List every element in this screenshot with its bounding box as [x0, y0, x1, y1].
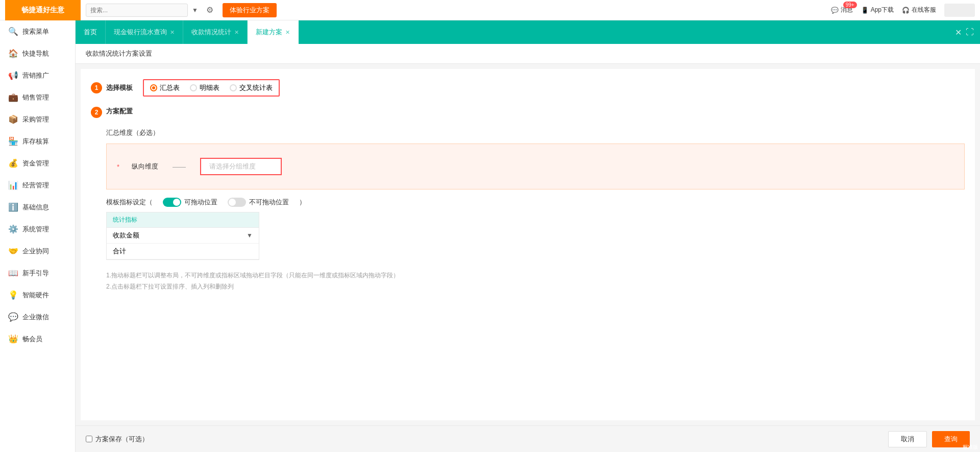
- page-title: 收款情况统计方案设置: [86, 50, 152, 57]
- step2-row: 2 方案配置: [91, 107, 965, 118]
- tab-close-bank-flow[interactable]: ✕: [170, 29, 175, 36]
- bottom-bar: 方案保存（可选） 取消 查询: [76, 425, 980, 452]
- step2-content: 汇总维度（必选） * 纵向维度 —— 请选择分组维度 模板指标设定（: [106, 128, 965, 292]
- save-plan-checkbox-label[interactable]: 方案保存（可选）: [86, 435, 149, 444]
- dimension-section-title: 汇总维度（必选）: [106, 128, 965, 137]
- sidebar-item-management[interactable]: 📊 经营管理: [0, 174, 75, 196]
- hardware-icon: 💡: [8, 290, 18, 300]
- required-star: *: [117, 163, 119, 171]
- service-item[interactable]: 🎧 在线客服: [902, 6, 936, 14]
- marketing-icon: 📢: [8, 70, 18, 80]
- draggable-pill[interactable]: [163, 198, 181, 207]
- tab-close-collection-stats[interactable]: ✕: [234, 29, 239, 36]
- enterprise-icon: 🤝: [8, 246, 18, 256]
- step2-label: 方案配置: [106, 107, 133, 116]
- table-row: 合计: [107, 244, 259, 259]
- sidebar-item-sales[interactable]: 💼 销售管理: [0, 86, 75, 108]
- basic-icon: ℹ️: [8, 202, 18, 212]
- search-icon: 🔍: [8, 27, 18, 36]
- arrow-right-icon: ——: [173, 163, 186, 171]
- industry-btn[interactable]: 体验行业方案: [223, 3, 277, 17]
- cancel-button[interactable]: 取消: [888, 431, 927, 447]
- tab-collection-stats[interactable]: 收款情况统计 ✕: [183, 20, 248, 44]
- content-area: 首页 现金银行流水查询 ✕ 收款情况统计 ✕ 新建方案 ✕ ✕ ⛶ 收款情况统计…: [76, 20, 980, 452]
- search-dropdown-icon[interactable]: ▼: [192, 7, 198, 14]
- message-icon: 💬: [831, 7, 839, 14]
- metric-name-0: 收款金额: [113, 231, 247, 240]
- sidebar-item-wechat[interactable]: 💬 企业微信: [0, 306, 75, 328]
- sidebar-item-inventory[interactable]: 🏪 库存核算: [0, 130, 75, 152]
- tips-section: 1.拖动标题栏可以调整布局，不可跨维度或指标区域拖动栏目字段（只能在同一维度或指…: [106, 270, 965, 292]
- member-icon: 👑: [8, 334, 18, 344]
- vertical-dimension-label: 纵向维度: [132, 162, 158, 171]
- sidebar-item-search[interactable]: 🔍 搜索菜单: [0, 20, 75, 42]
- tab-bank-flow[interactable]: 现金银行流水查询 ✕: [106, 20, 183, 44]
- save-plan-checkbox[interactable]: [86, 436, 92, 442]
- main-layout: 🔍 搜索菜单 🏠 快捷导航 📢 营销推广 💼 销售管理 📦 采购管理 🏪 库存核…: [0, 20, 980, 452]
- inventory-icon: 🏪: [8, 136, 18, 146]
- tab-bar: 首页 现金银行流水查询 ✕ 收款情况统计 ✕ 新建方案 ✕ ✕ ⛶: [76, 20, 980, 44]
- sidebar: 🔍 搜索菜单 🏠 快捷导航 📢 营销推广 💼 销售管理 📦 采购管理 🏪 库存核…: [0, 20, 76, 452]
- non-draggable-pill[interactable]: [228, 198, 246, 207]
- radio-detail[interactable]: 明细表: [190, 83, 219, 92]
- notification-item[interactable]: 💬 消息 99+: [831, 6, 853, 14]
- system-icon: ⚙️: [8, 224, 18, 234]
- metrics-table: 统计指标 收款金额 ▼ 合计: [106, 212, 259, 260]
- sidebar-item-marketing[interactable]: 📢 营销推广: [0, 64, 75, 86]
- sidebar-item-system[interactable]: ⚙️ 系统管理: [0, 218, 75, 240]
- table-row[interactable]: 收款金额 ▼: [107, 228, 259, 244]
- non-draggable-label: 不可拖动位置: [249, 198, 289, 207]
- service-icon: 🎧: [902, 7, 910, 14]
- maximize-window-icon[interactable]: ⛶: [966, 28, 974, 37]
- sidebar-item-hardware[interactable]: 💡 智能硬件: [0, 284, 75, 306]
- tab-close-new-plan[interactable]: ✕: [285, 29, 290, 36]
- home-icon: 🏠: [8, 49, 18, 58]
- step1-badge: 1: [91, 82, 102, 93]
- close-window-icon[interactable]: ✕: [955, 28, 962, 37]
- download-item[interactable]: 📱 App下载: [861, 6, 894, 14]
- tab-home[interactable]: 首页: [76, 20, 106, 44]
- form-section: 1 选择模板 汇总表 明细表: [81, 69, 975, 420]
- step2-badge: 2: [91, 107, 102, 118]
- sidebar-item-home[interactable]: 🏠 快捷导航: [0, 42, 75, 64]
- bottom-actions: 取消 查询: [888, 431, 970, 447]
- page-content: 收款情况统计方案设置 1 选择模板 汇总表: [76, 44, 980, 452]
- radio-summary[interactable]: 汇总表: [150, 83, 180, 92]
- tab-new-plan[interactable]: 新建方案 ✕: [248, 20, 299, 44]
- non-draggable-toggle[interactable]: 不可拖动位置: [228, 198, 289, 207]
- sidebar-item-member[interactable]: 👑 畅会员: [0, 328, 75, 350]
- template-radio-group: 汇总表 明细表 交叉统计表: [143, 79, 280, 97]
- radio-cross-circle: [230, 84, 237, 91]
- finance-icon: 💰: [8, 158, 18, 168]
- sidebar-item-enterprise[interactable]: 🤝 企业协同: [0, 240, 75, 262]
- dimension-select[interactable]: 请选择分组维度: [200, 158, 282, 175]
- metric-dropdown-0[interactable]: ▼: [247, 232, 253, 239]
- purchase-icon: 📦: [8, 114, 18, 124]
- sidebar-item-purchase[interactable]: 📦 采购管理: [0, 108, 75, 130]
- page-header: 收款情况统计方案设置: [76, 44, 980, 64]
- user-avatar[interactable]: [944, 4, 975, 17]
- app-logo: 畅捷通好生意 标准版: [5, 0, 81, 20]
- sidebar-item-basic[interactable]: ℹ️ 基础信息: [0, 196, 75, 218]
- wechat-icon: 💬: [8, 312, 18, 322]
- sidebar-item-guide[interactable]: 📖 新手引导: [0, 262, 75, 284]
- metric-name-1: 合计: [113, 247, 253, 256]
- tip-2: 2.点击标题栏下拉可设置排序、插入列和删除列: [106, 281, 965, 293]
- top-bar: 畅捷通好生意 标准版 ▼ ⚙ 体验行业方案 💬 消息 99+ 📱 App下载 🎧…: [0, 0, 980, 20]
- top-search-area: ▼ ⚙ 体验行业方案: [86, 3, 831, 17]
- sales-icon: 💼: [8, 92, 18, 102]
- sidebar-item-finance[interactable]: 💰 资金管理: [0, 152, 75, 174]
- settings-icon[interactable]: ⚙: [206, 5, 213, 15]
- step1-row: 1 选择模板 汇总表 明细表: [91, 79, 965, 97]
- guide-icon: 📖: [8, 268, 18, 278]
- radio-detail-circle: [190, 84, 197, 91]
- search-input[interactable]: [86, 4, 188, 17]
- metrics-header: 模板指标设定（ 可拖动位置 不可拖动位置: [106, 198, 965, 207]
- radio-summary-circle: [150, 84, 157, 91]
- radio-cross[interactable]: 交叉统计表: [230, 83, 273, 92]
- draggable-toggle[interactable]: 可拖动位置: [163, 198, 217, 207]
- metrics-table-header: 统计指标: [107, 212, 259, 228]
- metrics-title: 模板指标设定（: [106, 198, 153, 207]
- tab-bar-actions: ✕ ⛶: [955, 28, 980, 37]
- top-bar-right: 💬 消息 99+ 📱 App下载 🎧 在线客服: [831, 4, 975, 17]
